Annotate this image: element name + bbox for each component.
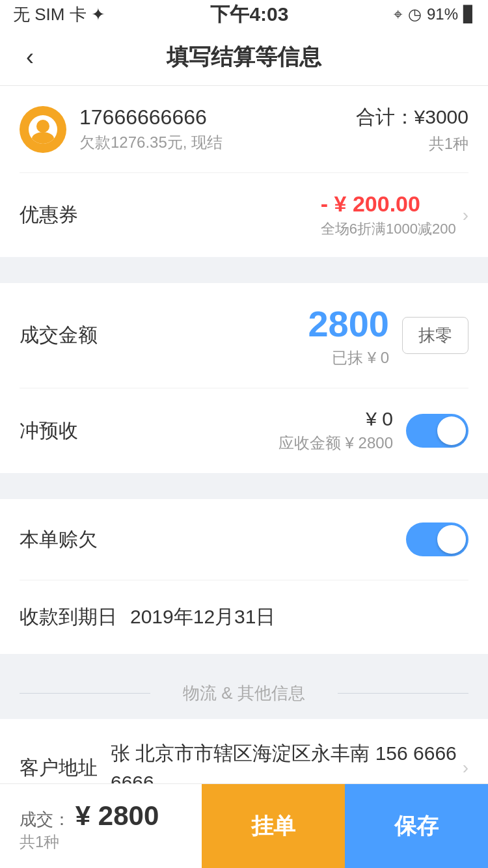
hang-order-button[interactable]: 挂单 [202,784,345,869]
bottom-summary: 成交： ¥ 2800 共1种 [0,800,202,852]
section-gap-1 [0,270,488,283]
fuzero-button[interactable]: 抹零 [402,317,468,354]
prepay-right: ¥ 0 应收金额 ¥ 2800 [278,408,468,454]
address-label: 客户地址 [20,755,98,781]
status-bar: 无 SIM 卡 ✦ 下午4:03 ⌖ ◷ 91% ▊ [0,0,488,29]
content: 17666666666 欠款1276.35元, 现结 合计：¥3000 共1种 … [0,86,488,868]
due-date-label: 收款到期日 [20,604,117,631]
battery-icon: ▊ [463,5,475,23]
credit-row: 本单赊欠 [0,499,488,580]
customer-info: 17666666666 欠款1276.35元, 现结 [79,105,223,153]
customer-card: 17666666666 欠款1276.35元, 现结 合计：¥3000 共1种 … [0,86,488,257]
coupon-arrow-icon: › [463,205,468,226]
bottom-count: 共1种 [20,832,182,852]
battery-label: 91% [427,5,458,23]
deal-amount-row: 成交金额 2800 已抹 ¥ 0 抹零 [0,283,488,388]
sep-label: 物流 & 其他信息 [183,682,305,705]
address-arrow-icon: › [463,757,468,778]
coupon-label: 优惠券 [20,202,78,228]
coupon-row[interactable]: 优惠券 - ¥ 200.00 全场6折满1000减200 › [0,173,488,257]
deal-amount-right: 2800 已抹 ¥ 0 抹零 [308,303,468,368]
coupon-amount: - ¥ 200.00 [321,191,456,217]
customer-row: 17666666666 欠款1276.35元, 现结 合计：¥3000 共1种 [0,86,488,172]
sep-line-right [338,693,468,694]
customer-right: 合计：¥3000 共1种 [356,104,468,154]
page-title: 填写结算等信息 [167,42,321,72]
customer-count: 共1种 [356,133,468,154]
bottom-bar: 成交： ¥ 2800 共1种 挂单 保存 [0,783,488,868]
save-button[interactable]: 保存 [345,784,488,869]
status-left: 无 SIM 卡 ✦ [13,3,105,26]
avatar-icon [29,115,57,144]
due-date-value: 2019年12月31日 [130,604,275,631]
section-gap-2 [0,486,488,499]
prepay-label: 冲预收 [20,418,78,444]
prepay-col: ¥ 0 应收金额 ¥ 2800 [278,408,393,454]
already-zeroed: 已抹 ¥ 0 [308,347,389,368]
bottom-deal-line: 成交： ¥ 2800 [20,800,182,832]
prepay-toggle[interactable] [406,414,468,448]
credit-label: 本单赊欠 [20,526,98,553]
customer-total: 合计：¥3000 [356,104,468,131]
avatar [20,106,66,153]
coupon-right: - ¥ 200.00 全场6折满1000减200 › [321,191,468,239]
clock-icon: ◷ [408,5,422,23]
sep-line-left [20,693,150,694]
customer-left: 17666666666 欠款1276.35元, 现结 [20,105,223,153]
coupon-desc: 全场6折满1000减200 [321,219,456,239]
deal-amount-label: 成交金额 [20,322,98,349]
nav-bar: ‹ 填写结算等信息 [0,29,488,86]
credit-card: 本单赊欠 收款到期日 2019年12月31日 [0,499,488,654]
prepay-sub: 应收金额 ¥ 2800 [278,433,393,454]
deal-amount-value: 2800 [308,303,389,345]
bottom-deal-amount: ¥ 2800 [75,800,159,831]
back-button[interactable]: ‹ [20,37,40,77]
sim-wifi-label: 无 SIM 卡 ✦ [13,3,105,26]
deal-col: 2800 已抹 ¥ 0 [308,303,389,368]
customer-phone: 17666666666 [79,105,223,129]
customer-debt: 欠款1276.35元, 现结 [79,132,223,153]
due-date-row: 收款到期日 2019年12月31日 [0,580,488,654]
prepay-row: 冲预收 ¥ 0 应收金额 ¥ 2800 [0,388,488,473]
logistics-separator: 物流 & 其他信息 [0,667,488,719]
deal-amount-card: 成交金额 2800 已抹 ¥ 0 抹零 冲预收 ¥ 0 应收金额 ¥ 2800 [0,283,488,473]
status-time: 下午4:03 [210,1,288,28]
location-icon: ⌖ [394,5,403,23]
credit-toggle[interactable] [406,522,468,556]
status-right: ⌖ ◷ 91% ▊ [394,5,475,23]
bottom-deal-label: 成交： [20,809,70,829]
prepay-amount: ¥ 0 [278,408,393,430]
